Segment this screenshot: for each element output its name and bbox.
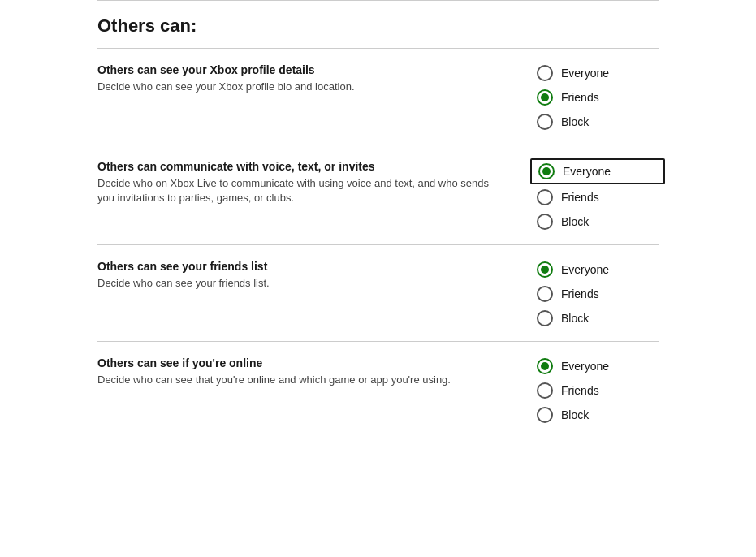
setting-row-friends-list: Others can see your friends listDecide w…: [97, 245, 659, 342]
setting-title-communicate: Others can communicate with voice, text,…: [97, 160, 504, 173]
radio-label-friends-list-block: Block: [561, 312, 589, 325]
radio-circle-profile-details-friends: [537, 89, 553, 106]
setting-title-profile-details: Others can see your Xbox profile details: [97, 63, 504, 76]
radio-option-communicate-everyone[interactable]: Everyone: [530, 158, 665, 184]
top-divider: [97, 0, 659, 1]
radio-option-profile-details-everyone[interactable]: Everyone: [537, 65, 659, 81]
radio-circle-online-status-friends: [537, 382, 553, 399]
radio-circle-friends-list-block: [537, 310, 553, 326]
setting-info-friends-list: Others can see your friends listDecide w…: [97, 260, 537, 291]
radio-option-online-status-everyone[interactable]: Everyone: [537, 358, 659, 374]
setting-row-profile-details: Others can see your Xbox profile details…: [97, 49, 659, 145]
setting-title-friends-list: Others can see your friends list: [97, 260, 504, 273]
setting-desc-communicate: Decide who on Xbox Live to communicate w…: [97, 176, 504, 205]
radio-label-profile-details-everyone: Everyone: [561, 67, 609, 80]
radio-option-profile-details-block[interactable]: Block: [537, 114, 659, 130]
radio-group-online-status: EveryoneFriendsBlock: [537, 356, 659, 423]
section-title: Others can:: [97, 15, 659, 37]
radio-label-communicate-everyone: Everyone: [563, 165, 611, 178]
radio-circle-profile-details-everyone: [537, 65, 553, 81]
radio-option-friends-list-everyone[interactable]: Everyone: [537, 261, 659, 278]
setting-desc-profile-details: Decide who can see your Xbox profile bio…: [97, 80, 504, 94]
setting-info-profile-details: Others can see your Xbox profile details…: [97, 63, 537, 94]
radio-label-profile-details-block: Block: [561, 115, 589, 128]
radio-label-friends-list-friends: Friends: [561, 287, 599, 300]
radio-group-profile-details: EveryoneFriendsBlock: [537, 63, 659, 130]
radio-group-communicate: EveryoneFriendsBlock: [537, 160, 659, 230]
setting-row-online-status: Others can see if you're onlineDecide wh…: [97, 342, 659, 438]
radio-option-friends-list-block[interactable]: Block: [537, 310, 659, 326]
radio-option-communicate-friends[interactable]: Friends: [537, 189, 659, 205]
radio-circle-friends-list-everyone: [537, 261, 553, 278]
radio-circle-communicate-block: [537, 214, 553, 230]
setting-title-online-status: Others can see if you're online: [97, 356, 504, 369]
page-container: Others can: Others can see your Xbox pro…: [0, 0, 756, 438]
radio-option-profile-details-friends[interactable]: Friends: [537, 89, 659, 106]
radio-circle-friends-list-friends: [537, 286, 553, 302]
radio-circle-profile-details-block: [537, 114, 553, 130]
setting-desc-online-status: Decide who can see that you're online an…: [97, 373, 504, 387]
setting-desc-friends-list: Decide who can see your friends list.: [97, 276, 504, 291]
radio-label-online-status-everyone: Everyone: [561, 360, 609, 373]
radio-label-communicate-block: Block: [561, 215, 589, 228]
radio-option-friends-list-friends[interactable]: Friends: [537, 286, 659, 302]
radio-circle-online-status-block: [537, 407, 553, 423]
radio-option-online-status-friends[interactable]: Friends: [537, 382, 659, 399]
radio-circle-online-status-everyone: [537, 358, 553, 374]
setting-info-communicate: Others can communicate with voice, text,…: [97, 160, 537, 205]
setting-info-online-status: Others can see if you're onlineDecide wh…: [97, 356, 537, 387]
radio-group-friends-list: EveryoneFriendsBlock: [537, 260, 659, 326]
settings-list: Others can see your Xbox profile details…: [97, 49, 659, 438]
radio-label-communicate-friends: Friends: [561, 191, 599, 204]
radio-option-online-status-block[interactable]: Block: [537, 407, 659, 423]
radio-circle-communicate-everyone: [538, 163, 555, 179]
radio-label-online-status-friends: Friends: [561, 384, 599, 397]
radio-label-profile-details-friends: Friends: [561, 91, 599, 104]
setting-row-communicate: Others can communicate with voice, text,…: [97, 145, 659, 245]
radio-option-communicate-block[interactable]: Block: [537, 214, 659, 230]
radio-label-online-status-block: Block: [561, 408, 589, 421]
radio-circle-communicate-friends: [537, 189, 553, 205]
radio-label-friends-list-everyone: Everyone: [561, 263, 609, 276]
